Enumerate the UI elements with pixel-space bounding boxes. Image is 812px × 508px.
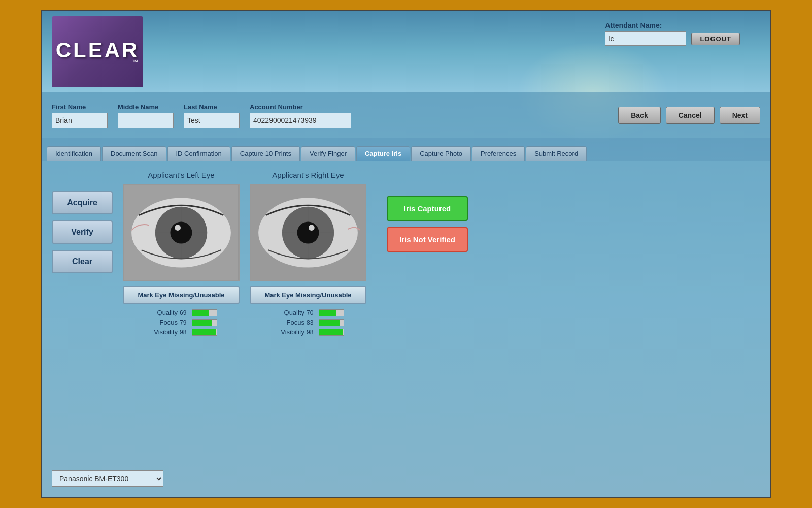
middle-name-label: Middle Name [118,103,174,111]
acquire-button[interactable]: Acquire [52,191,113,214]
form-buttons: Back Cancel Next [618,107,760,124]
first-name-input[interactable] [52,113,108,128]
iris-not-verified-status: Iris Not Verified [387,227,468,252]
back-button[interactable]: Back [618,107,660,124]
tabs-area: Identification Document Scan ID Confirma… [42,138,770,161]
right-focus-bar: 83 [307,319,347,326]
left-quality-label: Quality [142,309,178,316]
bottom-area: Panasonic BM-ET300IriTech IriShieldLG Ir… [52,470,163,487]
left-visibility-value: 98 [180,329,190,336]
left-eye-panel: Applicant's Left Eye [123,171,240,336]
attendant-area: Attendant Name: LOGOUT [605,21,740,46]
tab-id-confirmation[interactable]: ID Confirmation [167,146,230,161]
first-name-group: First Name [52,103,108,128]
right-eye-image [250,184,366,281]
left-focus-bar: 79 [180,319,220,326]
account-number-input[interactable] [250,113,351,128]
main-content: Acquire Verify Clear Applicant's Left Ey… [42,161,770,497]
iris-captured-status: Iris Captured [387,196,468,221]
logo-tm: ™ [132,58,138,66]
svg-point-6 [170,221,192,243]
tab-capture-iris[interactable]: Capture Iris [356,146,410,161]
last-name-label: Last Name [184,103,240,111]
tab-preferences[interactable]: Preferences [472,146,525,161]
logo: CLEAR ™ [52,16,143,87]
right-quality-bar: 70 [307,309,347,316]
form-area: First Name Middle Name Last Name Account… [42,92,770,138]
last-name-group: Last Name [184,103,240,128]
account-number-label: Account Number [250,103,351,111]
right-quality-value: 70 [307,309,317,316]
first-name-label: First Name [52,103,108,111]
svg-point-15 [309,225,315,231]
right-eye-panel: Applicant's Right Eye [250,171,366,336]
right-eye-quality: Quality 70 Focus 83 Visibility 98 [269,309,347,336]
left-eye-label: Applicant's Left Eye [148,171,214,179]
verify-button[interactable]: Verify [52,220,113,244]
left-quality-value: 69 [180,309,190,316]
svg-point-7 [175,225,181,231]
logout-button[interactable]: LOGOUT [691,33,740,45]
tab-verify-finger[interactable]: Verify Finger [301,146,355,161]
account-number-group: Account Number [250,103,351,128]
tab-submit-record[interactable]: Submit Record [526,146,587,161]
cancel-button[interactable]: Cancel [666,107,715,124]
attendant-input[interactable] [605,31,686,46]
attendant-label: Attendant Name: [605,21,662,29]
left-focus-value: 79 [180,319,190,326]
clear-button[interactable]: Clear [52,250,113,273]
right-focus-value: 83 [307,319,317,326]
svg-point-14 [297,221,319,243]
mark-left-eye-button[interactable]: Mark Eye Missing/Unusable [123,286,240,304]
tab-document-scan[interactable]: Document Scan [102,146,166,161]
last-name-input[interactable] [184,113,240,128]
right-visibility-label: Visibility [269,328,304,336]
middle-name-group: Middle Name [118,103,174,128]
left-visibility-bar: 98 [180,329,220,336]
left-eye-image [123,184,240,281]
right-eye-label: Applicant's Right Eye [272,171,344,179]
left-quality-bar: 69 [180,309,220,316]
logo-text: CLEAR [56,38,140,62]
left-eye-quality: Quality 69 Focus 79 Visibility 98 [142,309,220,336]
left-visibility-label: Visibility [142,328,178,336]
status-area: Iris Captured Iris Not Verified [387,196,468,252]
attendant-row: LOGOUT [605,31,740,46]
tab-capture-photo[interactable]: Capture Photo [411,146,471,161]
tab-identification[interactable]: Identification [47,146,101,161]
right-visibility-value: 98 [307,329,317,336]
right-visibility-bar: 98 [307,329,347,336]
right-focus-label: Focus [269,319,304,326]
capture-container: Acquire Verify Clear Applicant's Left Ey… [52,171,760,336]
right-quality-label: Quality [269,309,304,316]
left-focus-label: Focus [142,319,178,326]
middle-name-input[interactable] [118,113,174,128]
mark-right-eye-button[interactable]: Mark Eye Missing/Unusable [250,286,366,304]
device-select[interactable]: Panasonic BM-ET300IriTech IriShieldLG Ir… [52,470,163,487]
next-button[interactable]: Next [720,107,760,124]
left-controls: Acquire Verify Clear [52,191,113,273]
tab-capture-10-prints[interactable]: Capture 10 Prints [231,146,300,161]
